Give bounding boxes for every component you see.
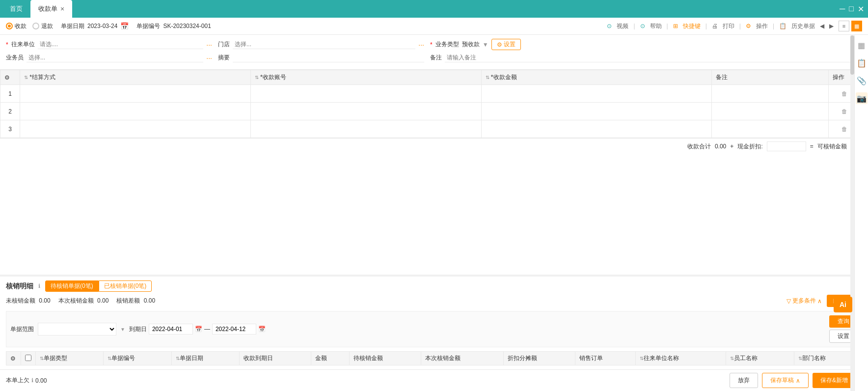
row-remark-1[interactable] bbox=[712, 85, 829, 103]
tab-close-icon[interactable]: × bbox=[60, 5, 64, 13]
op-icon[interactable]: ⚙ bbox=[746, 23, 751, 29]
radio-refund-label: 退款 bbox=[41, 22, 53, 30]
window-min-icon[interactable]: ─ bbox=[840, 4, 845, 14]
bottom-select-all[interactable] bbox=[25, 355, 31, 361]
range-select[interactable] bbox=[38, 323, 116, 335]
row-delete-icon-1[interactable]: 🗑 bbox=[841, 90, 847, 97]
sidebar-camera-icon[interactable]: 📷 bbox=[856, 92, 868, 104]
right-sidebar: ▦ 📋 📎 📷 bbox=[854, 35, 868, 391]
summary-label: 摘要 bbox=[218, 54, 230, 62]
nav-left-icon[interactable]: ◀ bbox=[820, 23, 824, 29]
wo-tab-done[interactable]: 已核销单据(0笔) bbox=[99, 280, 152, 292]
grid-btn-grid[interactable]: ▦ bbox=[851, 21, 862, 31]
row-account-1[interactable] bbox=[250, 85, 481, 103]
print-icon[interactable]: 🖨 bbox=[712, 23, 718, 29]
bottom-col-pending: 待核销金额 bbox=[349, 352, 421, 365]
window-max-icon[interactable]: □ bbox=[849, 4, 854, 14]
biztype-arrow-icon[interactable]: ▼ bbox=[483, 41, 488, 48]
discount-input[interactable] bbox=[767, 141, 806, 151]
row-payment-2[interactable] bbox=[20, 103, 251, 120]
radio-refund[interactable]: 退款 bbox=[32, 22, 53, 30]
nav-right-icon[interactable]: ▶ bbox=[829, 23, 834, 29]
form-row-1: * 往来单位 ··· 门店 ··· * 业务类型 预收款 ▼ ⚙ 设置 bbox=[6, 39, 862, 50]
bottom-left-info-icon[interactable]: ℹ bbox=[31, 377, 33, 384]
tab-home[interactable]: 首页 bbox=[4, 0, 28, 18]
uncleared-label: 未核销金额 bbox=[6, 297, 35, 304]
video-label[interactable]: 视频 bbox=[617, 22, 628, 30]
setting-icon[interactable]: ⚙ bbox=[4, 74, 10, 81]
summary-input[interactable] bbox=[233, 53, 424, 62]
video-icon[interactable]: ⊙ bbox=[607, 23, 612, 29]
history-label[interactable]: 历史单据 bbox=[791, 22, 815, 30]
counterparty-input[interactable] bbox=[38, 40, 204, 49]
row-amount-2[interactable] bbox=[481, 103, 712, 120]
help-label[interactable]: 帮助 bbox=[650, 22, 662, 30]
history-icon[interactable]: 📋 bbox=[779, 23, 787, 29]
bottom-col-counterparty: ⇅往来单位名称 bbox=[636, 352, 726, 365]
sidebar-table-icon[interactable]: ▦ bbox=[856, 39, 868, 51]
bottom-col-checkbox[interactable] bbox=[21, 352, 36, 365]
col-remark-label: 备注 bbox=[716, 74, 728, 81]
bottom-setting-icon[interactable]: ⚙ bbox=[10, 355, 16, 362]
calendar-icon[interactable]: 📅 bbox=[120, 22, 129, 30]
print-label[interactable]: 打印 bbox=[723, 22, 734, 30]
op-label[interactable]: 操作 bbox=[756, 22, 768, 30]
number-label: 单据编号 bbox=[136, 22, 160, 30]
sidebar-attach-icon[interactable]: 📎 bbox=[856, 75, 868, 86]
tab-active[interactable]: 收款单 × bbox=[30, 0, 72, 18]
date-to-input[interactable] bbox=[212, 324, 256, 335]
row-account-3[interactable] bbox=[250, 120, 481, 138]
shortcut-label[interactable]: 快捷键 bbox=[683, 22, 701, 30]
scrollbar-thumb[interactable] bbox=[850, 35, 854, 75]
row-delete-icon-2[interactable]: 🗑 bbox=[841, 108, 847, 115]
row-delete-icon-3[interactable]: 🗑 bbox=[841, 126, 847, 133]
bottom-col-date: ⇅单据日期 bbox=[171, 352, 239, 365]
ai-badge[interactable]: Ai bbox=[834, 297, 852, 312]
wo-info-icon[interactable]: ℹ bbox=[38, 283, 40, 289]
col-setting-header[interactable]: ⚙ bbox=[0, 70, 20, 85]
grid-btns: ≡ ▦ bbox=[839, 21, 862, 31]
row-remark-2[interactable] bbox=[712, 103, 829, 120]
row-amount-3[interactable] bbox=[481, 120, 712, 138]
cal-from-icon[interactable]: 📅 bbox=[195, 326, 202, 333]
save-new-label: 保存&新增 bbox=[820, 376, 848, 385]
radio-collect[interactable]: 收款 bbox=[6, 22, 27, 30]
staff-input[interactable] bbox=[27, 53, 203, 62]
remark-input[interactable] bbox=[445, 53, 862, 62]
row-payment-1[interactable] bbox=[20, 85, 251, 103]
tab-bar: 首页 收款单 × ─ □ ✕ bbox=[0, 0, 868, 18]
grid-btn-list[interactable]: ≡ bbox=[839, 21, 849, 31]
settings-button[interactable]: ⚙ 设置 bbox=[491, 39, 521, 50]
sidebar-doc-icon[interactable]: 📋 bbox=[856, 57, 868, 69]
counterparty-field: * 往来单位 ··· bbox=[6, 40, 212, 49]
cal-to-icon[interactable]: 📅 bbox=[258, 326, 266, 333]
date-from-input[interactable] bbox=[149, 324, 193, 335]
row-payment-3[interactable] bbox=[20, 120, 251, 138]
shortcut-icon[interactable]: ⊞ bbox=[673, 23, 678, 29]
row-account-2[interactable] bbox=[250, 103, 481, 120]
row-remark-3[interactable] bbox=[712, 120, 829, 138]
col-op-label: 操作 bbox=[833, 74, 844, 81]
diff-label: 核销差额 bbox=[116, 297, 140, 304]
row-amount-1[interactable] bbox=[481, 85, 712, 103]
staff-more-icon[interactable]: ··· bbox=[206, 54, 212, 62]
settings-icon: ⚙ bbox=[497, 41, 502, 48]
counterparty-more-icon[interactable]: ··· bbox=[206, 41, 212, 49]
wo-tab-pending[interactable]: 待核销单据(0笔) bbox=[45, 280, 99, 292]
biztype-select[interactable]: 预收款 ▼ bbox=[462, 40, 488, 49]
chevron-up-icon: ∧ bbox=[817, 298, 822, 305]
bottom-left-label: 本单上欠 bbox=[6, 376, 29, 385]
window-close-icon[interactable]: ✕ bbox=[858, 4, 864, 14]
save-draft-button[interactable]: 保存草稿 ∧ bbox=[762, 373, 809, 388]
more-conditions-btn[interactable]: ▽ 更多条件 ∧ bbox=[787, 297, 822, 305]
row-num-2: 2 bbox=[0, 103, 20, 120]
biztype-field: * 业务类型 预收款 ▼ ⚙ 设置 bbox=[430, 39, 862, 50]
current-stat: 本次核销金额 0.00 bbox=[58, 297, 109, 305]
discard-button[interactable]: 放弃 bbox=[730, 373, 758, 388]
bottom-col-setting[interactable]: ⚙ bbox=[6, 352, 21, 365]
help-icon[interactable]: ⊙ bbox=[640, 23, 645, 29]
range-dropdown-icon[interactable]: ▼ bbox=[120, 327, 125, 332]
store-input[interactable] bbox=[233, 40, 415, 49]
store-more-icon[interactable]: ··· bbox=[418, 41, 424, 49]
vertical-scrollbar[interactable] bbox=[850, 35, 854, 391]
